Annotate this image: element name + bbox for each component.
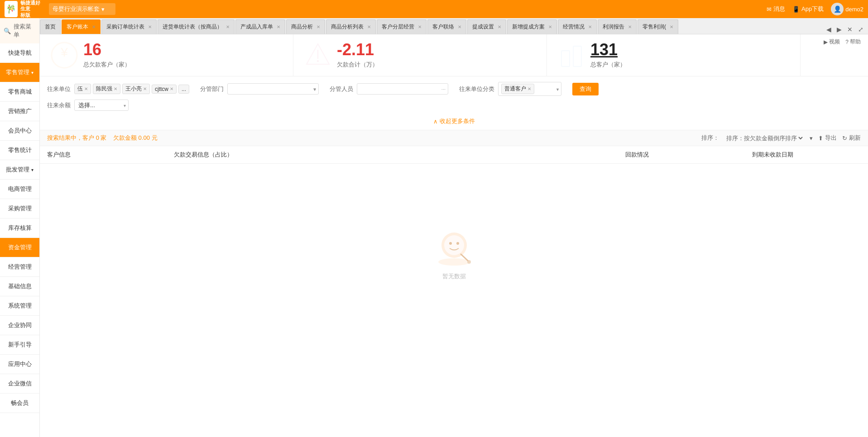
top-bar: 🎋 畅捷通好生意 标版 母婴行业演示帐套 ▾ ✉ 消息 📱 App下载 👤 de… <box>0 0 868 18</box>
export-button[interactable]: ⬆ 导出 <box>818 134 837 142</box>
sidebar-item-retail-stats[interactable]: 零售统计 <box>0 141 39 160</box>
sidebar-item-wholesale-mgmt[interactable]: 批发管理 ▾ <box>0 160 39 180</box>
tab-close-icon[interactable]: ✕ <box>628 24 632 29</box>
refresh-button[interactable]: ↻ 刷新 <box>842 134 861 142</box>
tab-profit-report[interactable]: 利润报告 ✕ <box>598 19 637 34</box>
tab-close-icon[interactable]: ✕ <box>92 24 96 29</box>
stat-block-amount: -2.11 欠款合计（万） <box>293 34 547 76</box>
sidebar-item-quick-nav[interactable]: 快捷导航 <box>0 43 39 63</box>
sidebar-item-enterprise-wx[interactable]: 企业微信 <box>0 374 39 394</box>
app-download-btn[interactable]: 📱 App下载 <box>792 5 824 13</box>
svg-point-11 <box>456 242 459 245</box>
tab-close-icon[interactable]: ✕ <box>418 24 422 29</box>
dept-input[interactable] <box>227 83 319 95</box>
filter-area: 往来单位 伍 ✕ 陈民强 ✕ 王小亮 <box>40 76 868 130</box>
tab-incoming-stats[interactable]: 进货单统计表（按商品） ✕ <box>158 19 235 34</box>
sidebar-item-purchase[interactable]: 采购管理 <box>0 199 39 218</box>
filter-tag-1[interactable]: 伍 ✕ <box>74 84 91 94</box>
tab-retail-profit[interactable]: 零售利润( ✕ <box>638 19 678 34</box>
filter-tag-4[interactable]: cjttcw ✕ <box>152 85 177 94</box>
sidebar-item-system[interactable]: 系统管理 <box>0 296 39 316</box>
svg-rect-6 <box>573 46 581 66</box>
tab-close-icon[interactable]: ✕ <box>588 24 592 29</box>
tag-close-icon[interactable]: ✕ <box>114 86 117 91</box>
sidebar-item-new-guide[interactable]: 新手引导 <box>0 335 39 355</box>
sidebar-item-retail-mgmt[interactable]: 零售管理 ▾ <box>0 63 39 82</box>
tag-close-icon[interactable]: ✕ <box>143 86 147 91</box>
user-avatar-btn[interactable]: 👤 demo2 <box>831 3 863 15</box>
no-data-text: 暂无数据 <box>442 272 466 280</box>
tab-product-analysis-list[interactable]: 商品分析列表 ✕ <box>326 19 376 34</box>
tab-close-icon[interactable]: ✕ <box>317 24 320 29</box>
tab-maximize-icon[interactable]: ⤢ <box>856 25 865 34</box>
person-input[interactable] <box>357 83 448 95</box>
sidebar-item-member[interactable]: 畅会员 <box>0 394 39 413</box>
svg-point-7 <box>438 258 470 266</box>
sidebar-item-basic-info[interactable]: 基础信息 <box>0 277 39 296</box>
filter-tag-3[interactable]: 王小亮 ✕ <box>122 84 150 94</box>
tab-close-icon[interactable]: ✕ <box>148 24 152 29</box>
stat-icon-customers: ¥ <box>51 42 78 69</box>
app-wrapper: 🎋 畅捷通好生意 标版 母婴行业演示帐套 ▾ ✉ 消息 📱 App下载 👤 de… <box>0 0 868 437</box>
tag-close-icon[interactable]: ✕ <box>84 86 88 91</box>
unit-class-label: 往来单位分类 <box>459 85 494 93</box>
tab-nav-right-icon[interactable]: ▶ <box>835 25 844 34</box>
sidebar-item-finance[interactable]: 资金管理 <box>0 238 39 257</box>
chevron-down-icon-wholesale: ▾ <box>31 167 34 172</box>
tab-close-icon[interactable]: ✕ <box>670 24 673 29</box>
unit-class-tag-close-icon[interactable]: ✕ <box>528 86 531 91</box>
balance-select[interactable]: 选择... <box>74 100 129 111</box>
sidebar-item-ecommerce[interactable]: 电商管理 <box>0 180 39 199</box>
no-data-icon <box>432 228 477 269</box>
tab-close-icon[interactable]: ✕ <box>548 24 552 29</box>
query-button[interactable]: 查询 <box>572 83 599 95</box>
tab-close-icon[interactable]: ✕ <box>277 24 280 29</box>
results-actions: 排序： 排序：按欠款金额倒序排序 ▾ ⬆ 导出 ↻ 刷新 <box>701 134 861 142</box>
sidebar-item-member-center[interactable]: 会员中心 <box>0 121 39 141</box>
unit-class-tag[interactable]: 普通客户 ✕ <box>501 84 534 94</box>
person-more-icon[interactable]: ··· <box>441 86 446 92</box>
tab-customer-tier[interactable]: 客户分层经营 ✕ <box>377 19 427 34</box>
tab-controls: ◀ ▶ ✕ ⤢ <box>822 25 868 34</box>
filter-tag-more[interactable]: ... <box>178 85 189 94</box>
tag-close-icon[interactable]: ✕ <box>170 86 173 91</box>
sidebar-item-retail-mall[interactable]: 零售商城 <box>0 82 39 102</box>
filter-row-1: 往来单位 伍 ✕ 陈民强 ✕ 王小亮 <box>47 82 861 96</box>
tab-nav-left-icon[interactable]: ◀ <box>825 25 833 34</box>
message-btn[interactable]: ✉ 消息 <box>767 5 785 13</box>
collapse-button[interactable]: ∧ 收起更多条件 <box>47 114 861 128</box>
tab-product-analysis[interactable]: 商品分析 ✕ <box>286 19 325 34</box>
top-bar-right: ✉ 消息 📱 App下载 👤 demo2 <box>767 3 863 15</box>
sidebar-search[interactable]: 🔍 搜索菜单 <box>0 18 39 43</box>
stat-number-total: 131 <box>590 42 626 58</box>
tab-customer-book[interactable]: 客户账本 ✕ <box>62 19 101 34</box>
sidebar-item-app-center[interactable]: 应用中心 <box>0 355 39 374</box>
tab-purchase-order-stats[interactable]: 采购订单统计表 ✕ <box>101 19 157 34</box>
tab-ops-situation[interactable]: 经营情况 ✕ <box>558 19 597 34</box>
account-selector[interactable]: 母婴行业演示帐套 ▾ <box>49 3 115 15</box>
tab-product-entry[interactable]: 产成品入库单 ✕ <box>235 19 285 34</box>
refresh-icon: ↻ <box>842 135 847 142</box>
tab-close-all-icon[interactable]: ✕ <box>845 25 854 34</box>
sort-select[interactable]: 排序：按欠款金额倒序排序 <box>724 134 804 142</box>
dept-more-icon[interactable]: ▾ <box>313 86 316 92</box>
help-btn[interactable]: ? 帮助 <box>845 38 861 46</box>
sidebar-item-inventory[interactable]: 库存核算 <box>0 218 39 238</box>
filter-tag-2[interactable]: 陈民强 ✕ <box>93 84 120 94</box>
svg-point-9 <box>444 235 464 255</box>
tab-close-icon[interactable]: ✕ <box>458 24 461 29</box>
svg-point-10 <box>449 242 452 245</box>
unit-class-select[interactable]: 普通客户 ✕ <box>498 82 561 96</box>
sidebar-item-marketing[interactable]: 营销推广 <box>0 102 39 121</box>
tab-reminder-settings[interactable]: 提成设置 ✕ <box>467 19 506 34</box>
tab-close-icon[interactable]: ✕ <box>367 24 371 29</box>
sidebar-item-ops-mgmt[interactable]: 经营管理 <box>0 257 39 277</box>
sort-label: 排序： <box>701 134 719 142</box>
video-btn[interactable]: ▶ 视频 <box>824 38 840 46</box>
tab-home[interactable]: 首页 <box>40 19 61 34</box>
tab-close-icon[interactable]: ✕ <box>498 24 501 29</box>
tab-new-achievement[interactable]: 新增提成方案 ✕ <box>507 19 557 34</box>
tab-customer-contact[interactable]: 客户联络 ✕ <box>427 19 466 34</box>
tab-close-icon[interactable]: ✕ <box>226 24 230 29</box>
sidebar-item-enterprise[interactable]: 企业协同 <box>0 316 39 335</box>
